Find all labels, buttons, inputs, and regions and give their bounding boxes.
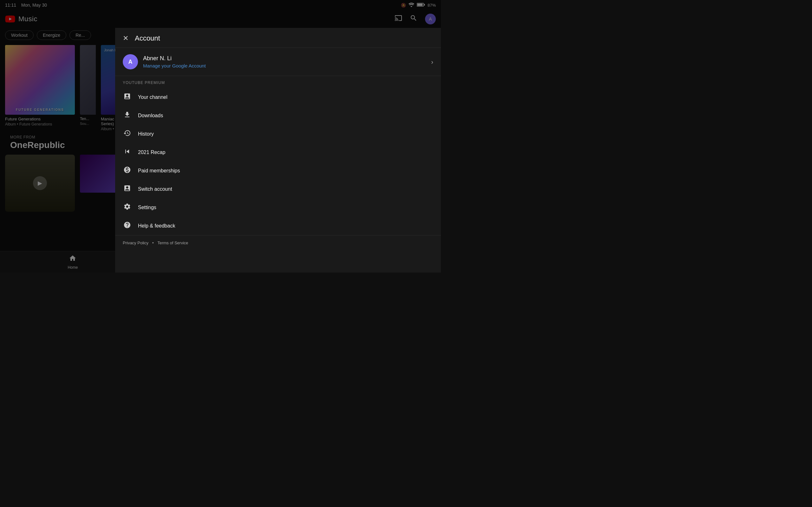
- menu-item-downloads[interactable]: Downloads: [115, 107, 441, 125]
- panel-header: ✕ Account: [115, 28, 441, 48]
- menu-item-settings[interactable]: Settings: [115, 199, 441, 217]
- account-panel: ✕ Account A Abner N. Li Manage your Goog…: [115, 28, 441, 273]
- menu-item-history[interactable]: History: [115, 125, 441, 143]
- menu-item-memberships[interactable]: Paid memberships: [115, 162, 441, 180]
- panel-title: Account: [135, 34, 160, 43]
- menu-item-help[interactable]: Help & feedback: [115, 217, 441, 235]
- menu-item-switch[interactable]: Switch account: [115, 180, 441, 199]
- downloads-label: Downloads: [138, 113, 163, 118]
- recap-label: 2021 Recap: [138, 150, 165, 155]
- menu-item-channel[interactable]: Your channel: [115, 88, 441, 107]
- switch-account-label: Switch account: [138, 186, 172, 192]
- paid-icon: [123, 166, 132, 176]
- user-avatar: A: [123, 54, 138, 69]
- recap-icon: [123, 148, 132, 157]
- switch-account-icon: [123, 184, 132, 194]
- user-row[interactable]: A Abner N. Li Manage your Google Account…: [115, 48, 441, 76]
- help-label: Help & feedback: [138, 223, 175, 229]
- settings-icon: [123, 203, 132, 212]
- channel-label: Your channel: [138, 95, 167, 100]
- user-name: Abner N. Li: [143, 55, 431, 62]
- terms-of-service-link[interactable]: Terms of Service: [157, 240, 188, 245]
- footer-separator: •: [152, 240, 154, 245]
- youtube-premium-label: YOUTUBE PREMIUM: [115, 76, 441, 88]
- history-label: History: [138, 131, 154, 137]
- panel-footer: Privacy Policy • Terms of Service: [115, 235, 441, 250]
- privacy-policy-link[interactable]: Privacy Policy: [123, 240, 148, 245]
- manage-account-link[interactable]: Manage your Google Account: [143, 63, 431, 68]
- menu-item-recap[interactable]: 2021 Recap: [115, 143, 441, 162]
- memberships-label: Paid memberships: [138, 168, 180, 174]
- chevron-right-icon: ›: [431, 58, 433, 66]
- history-icon: [123, 129, 132, 139]
- settings-label: Settings: [138, 205, 156, 210]
- user-info: Abner N. Li Manage your Google Account: [143, 55, 431, 68]
- channel-icon: [123, 93, 132, 102]
- close-button[interactable]: ✕: [123, 35, 129, 42]
- downloads-icon: [123, 111, 132, 120]
- help-icon: [123, 221, 132, 231]
